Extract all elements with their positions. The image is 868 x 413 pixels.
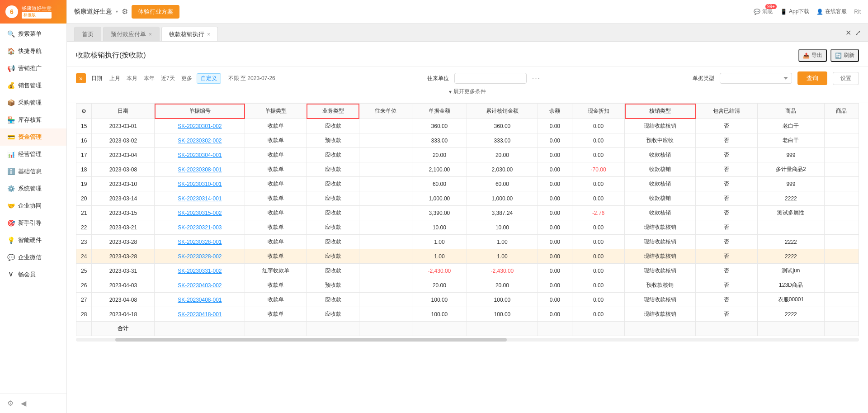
date-options: 上月 本月 本年 近7天 更多 自定义: [108, 73, 221, 84]
sidebar-item-enterprise[interactable]: 🤝 企业协同: [0, 197, 66, 214]
topbar-title-area: 畅康道好生意 ▾ ⚙ 体验行业方案: [74, 5, 748, 19]
inventory-icon: 🏪: [7, 116, 14, 123]
sidebar: 6 畅康道好生意 标推版 🔍 搜索菜单 🏠 快捷导航 📢 营销推广 💰 销售管理…: [0, 0, 67, 413]
refresh-button[interactable]: 🔄 刷新: [830, 49, 859, 62]
sidebar-item-guide[interactable]: 🎯 新手引导: [0, 214, 66, 232]
topbar-gear-icon[interactable]: ⚙: [122, 7, 128, 16]
sidebar-item-purchase[interactable]: 📦 采购管理: [0, 94, 66, 111]
date-this-year[interactable]: 本年: [142, 74, 156, 83]
partner-filter-input[interactable]: [454, 73, 527, 84]
sidebar-item-label: 企业协同: [18, 202, 42, 210]
table-row: 192023-03-10SK-20230310-001收款单应收款60.0060…: [76, 177, 859, 191]
filter-bar: » 日期 上月 本月 本年 近7天 更多 自定义 不限 至 2023-07-26…: [67, 67, 868, 103]
export-label: 导出: [811, 52, 822, 59]
date-this-month[interactable]: 本月: [125, 74, 139, 83]
tab-collection[interactable]: 收款核销执行 ×: [161, 27, 218, 41]
hardware-icon: 💡: [7, 237, 14, 244]
sidebar-item-label: 快捷导航: [18, 47, 42, 55]
enterprise-icon: 🤝: [7, 202, 14, 209]
online-service-button[interactable]: 👤 在线客服: [816, 8, 847, 15]
refresh-label: 刷新: [844, 52, 854, 59]
guide-icon: 🎯: [7, 219, 14, 227]
query-button[interactable]: 查询: [797, 71, 827, 85]
message-badge: 99+: [765, 4, 777, 9]
date-last-month[interactable]: 上月: [108, 74, 122, 83]
table-row: 212023-03-15SK-20230315-002收款单应收款3,390.0…: [76, 206, 859, 220]
basic-icon: ℹ️: [7, 168, 14, 175]
expand-row: ▾ 展开更多条件: [76, 85, 859, 98]
col-settings[interactable]: ⚙: [76, 104, 92, 119]
sidebar-item-quicknav[interactable]: 🏠 快捷导航: [0, 43, 66, 60]
sidebar-item-finance[interactable]: 💳 资金管理: [0, 128, 66, 146]
home-icon: 🏠: [7, 47, 14, 55]
tab-collection-close[interactable]: ×: [207, 31, 210, 38]
tab-prepay[interactable]: 预付款应付单 ×: [103, 27, 160, 41]
sidebar-item-hardware[interactable]: 💡 智能硬件: [0, 232, 66, 249]
operations-icon: 📊: [7, 151, 14, 158]
sidebar-item-member[interactable]: V 畅会员: [0, 266, 66, 283]
data-table: ⚙ 日期 单据编号 单据类型 业务类型 往来单位 单据金额 累计核销金额 余额 …: [76, 103, 859, 336]
col-product2: 商品: [824, 104, 859, 119]
sidebar-logo: 6 畅康道好生意 标推版: [0, 0, 66, 24]
solution-button[interactable]: 体验行业方案: [132, 5, 179, 19]
sidebar-item-label: 新手引导: [18, 219, 42, 227]
topbar-title: 畅康道好生意: [74, 8, 112, 16]
tab-home[interactable]: 首页: [74, 27, 101, 41]
date-custom[interactable]: 自定义: [197, 73, 221, 84]
settings-footer-icon[interactable]: ⚙: [7, 399, 14, 408]
app-download-button[interactable]: 📱 App下载: [780, 8, 809, 15]
expand-label: 展开更多条件: [453, 88, 486, 95]
service-icon: 👤: [816, 9, 823, 15]
sidebar-item-label: 畅会员: [18, 271, 36, 279]
logo-title: 畅康道好生意: [22, 5, 52, 11]
expand-conditions-button[interactable]: ▾ 展开更多条件: [449, 88, 486, 95]
bill-type-filter-label: 单据类型: [693, 75, 714, 82]
filter-toggle-button[interactable]: »: [76, 73, 86, 83]
export-button[interactable]: 📤 导出: [798, 49, 827, 62]
sidebar-item-basic[interactable]: ℹ️ 基础信息: [0, 163, 66, 180]
table-settings-button[interactable]: 设置: [833, 72, 859, 85]
horizontal-scrollbar[interactable]: [76, 338, 859, 342]
sidebar-item-sales[interactable]: 💰 销售管理: [0, 77, 66, 94]
col-bill-type: 单据类型: [245, 104, 307, 119]
filter-dots: ···: [532, 74, 541, 82]
topbar: 畅康道好生意 ▾ ⚙ 体验行业方案 💬 消息 99+ 📱 App下载 👤 在线客…: [67, 0, 868, 24]
logo-text: 畅康道好生意 标推版: [22, 5, 52, 18]
search-menu-icon: 🔍: [7, 30, 14, 38]
table-row: 222023-03-21SK-20230321-003收款单应收款10.0010…: [76, 220, 859, 235]
date-7days[interactable]: 近7天: [159, 74, 177, 83]
tab-expand-icon[interactable]: ⤢: [855, 28, 861, 37]
col-date: 日期: [92, 104, 155, 119]
sidebar-item-marketing[interactable]: 📢 营销推广: [0, 60, 66, 77]
table-row: 282023-04-18SK-20230418-001收款单应收款100.001…: [76, 307, 859, 322]
sidebar-item-operations[interactable]: 📊 经营管理: [0, 146, 66, 163]
sidebar-footer: ⚙ ◀: [0, 393, 66, 413]
sidebar-item-search[interactable]: 🔍 搜索菜单: [0, 25, 66, 43]
col-bill-no: 单据编号: [155, 104, 245, 119]
sidebar-item-label: 基础信息: [18, 167, 42, 176]
date-more[interactable]: 更多: [179, 74, 194, 83]
tab-prepay-close[interactable]: ×: [149, 31, 152, 38]
page-title: 收款核销执行(按收款): [76, 51, 146, 60]
sidebar-item-label: 系统管理: [18, 185, 42, 193]
sidebar-item-system[interactable]: ⚙️ 系统管理: [0, 180, 66, 197]
bill-type-select[interactable]: [720, 73, 792, 84]
marketing-icon: 📢: [7, 65, 14, 72]
service-label: 在线客服: [825, 8, 847, 15]
user-name: Rit: [854, 9, 861, 15]
table-row: 252023-03-31SK-20230331-002红字收款单应收款-2,43…: [76, 264, 859, 278]
col-acc-amount: 累计核销金额: [467, 104, 538, 119]
sidebar-item-inventory[interactable]: 🏪 库存核算: [0, 111, 66, 128]
message-button[interactable]: 💬 消息 99+: [754, 8, 773, 15]
sales-icon: 💰: [7, 82, 14, 89]
tab-close-all-icon[interactable]: ✕: [845, 28, 851, 37]
topbar-dropdown-icon[interactable]: ▾: [116, 9, 118, 14]
system-icon: ⚙️: [7, 185, 14, 192]
sidebar-item-wechat[interactable]: 💬 企业微信: [0, 249, 66, 266]
sidebar-item-label: 智能硬件: [18, 236, 42, 244]
date-range-display: 不限 至 2023-07-26: [228, 75, 275, 82]
collapse-icon[interactable]: ◀: [21, 399, 26, 408]
sidebar-menu: 🔍 搜索菜单 🏠 快捷导航 📢 营销推广 💰 销售管理 📦 采购管理 🏪 库存核…: [0, 24, 66, 393]
expand-icon: ▾: [449, 89, 452, 95]
sidebar-item-label: 库存核算: [18, 116, 42, 124]
